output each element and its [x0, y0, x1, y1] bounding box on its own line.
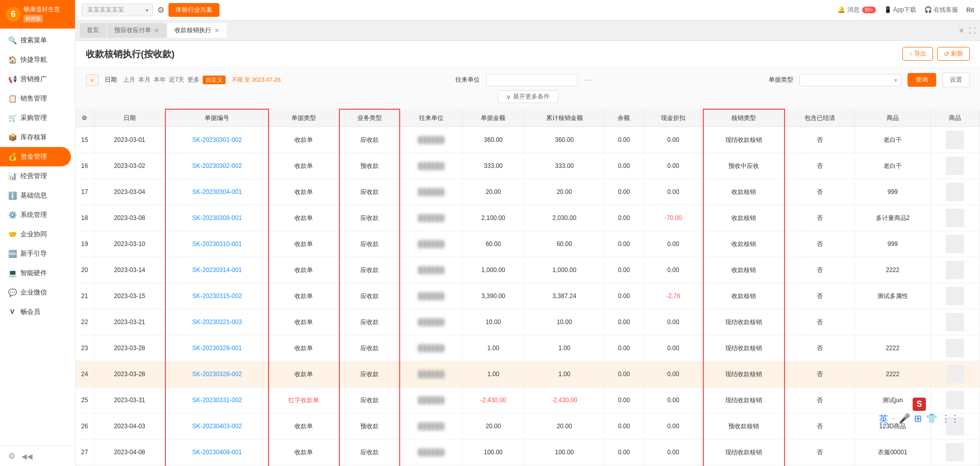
col-include-settled: 包含已结清 — [785, 109, 855, 127]
online-service[interactable]: 🎧 在线客服 — [924, 6, 958, 14]
tab-payment-verify[interactable]: 收款核销执行 ✕ — [167, 23, 227, 38]
sidebar-item-operations[interactable]: 📊 经营管理 — [0, 166, 75, 186]
sidebar-item-search[interactable]: 🔍 搜索菜单 — [0, 31, 75, 50]
tab-payment-verify-label: 收款核销执行 — [175, 26, 211, 35]
sidebar-item-hardware[interactable]: 💻 智能硬件 — [0, 263, 75, 283]
cell-cash-discount: -2.76 — [643, 283, 703, 309]
cell-bill-no[interactable]: SK-20230304-001 — [165, 179, 268, 205]
cell-bill-no[interactable]: SK-20230310-001 — [165, 231, 268, 257]
cell-verify-type: 收款核销 — [703, 257, 785, 283]
filter-bill-type-select[interactable] — [799, 74, 901, 86]
cell-bill-type: 收款单 — [268, 361, 339, 387]
cell-product-img — [930, 309, 979, 335]
sidebar-collapse-icon[interactable]: ◀◀ — [21, 452, 33, 460]
sidebar-settings-icon[interactable]: ⚙ — [8, 451, 15, 461]
page-actions: ↑ 导出 ↺ 刷新 — [902, 47, 970, 61]
cell-biz-type: 应收款 — [339, 205, 400, 231]
sidebar-item-system[interactable]: ⚙️ 系统管理 — [0, 205, 75, 225]
column-settings-icon[interactable]: ⚙ — [82, 114, 87, 121]
sidebar-item-guide[interactable]: 🆕 新手引导 — [0, 244, 75, 263]
cell-partner: ██████ — [400, 205, 462, 231]
cell-partner: ██████ — [400, 257, 462, 283]
cell-verify-type: 预收中应收 — [703, 153, 785, 179]
filter-area: » 日期 上月 本月 本年 近7天 更多 自定义 不限 至 2023-07-26… — [76, 67, 980, 109]
cell-bill-no[interactable]: SK-20230331-002 — [165, 387, 268, 413]
cell-cumulative-amount: 1,000.00 — [524, 257, 604, 283]
app-download[interactable]: 📱 App下载 — [884, 6, 916, 14]
col-settings[interactable]: ⚙ — [76, 109, 94, 127]
refresh-button[interactable]: ↺ 刷新 — [937, 47, 970, 61]
tab-prereceipt-close[interactable]: ✕ — [154, 27, 159, 34]
cell-no: 19 — [76, 231, 94, 257]
sidebar-item-sales[interactable]: 📋 销售管理 — [0, 89, 75, 108]
cell-bill-no[interactable]: SK-20230408-001 — [165, 439, 268, 465]
tabbar-close-icon[interactable]: ✕ — [959, 27, 965, 35]
cell-bill-no[interactable]: SK-20230403-002 — [165, 413, 268, 439]
cell-cash-discount: 0.00 — [643, 179, 703, 205]
cell-bill-type: 收款单 — [268, 257, 339, 283]
cell-cumulative-amount: 2,030.00 — [524, 205, 604, 231]
topbar-settings-icon[interactable]: ⚙ — [157, 5, 164, 15]
export-button[interactable]: ↑ 导出 — [902, 47, 933, 61]
cell-cumulative-amount: 60.00 — [524, 231, 604, 257]
sidebar-item-finance[interactable]: 💰 资金管理 — [0, 147, 71, 166]
col-verify-type: 核销类型 — [703, 109, 785, 127]
cell-product-img — [930, 205, 979, 231]
logo-icon: 6 — [6, 7, 20, 21]
cell-bill-no[interactable]: SK-20230301-002 — [165, 127, 268, 153]
sidebar-item-inventory[interactable]: 📦 库存核算 — [0, 128, 75, 147]
sidebar-item-member[interactable]: V 畅会员 — [0, 302, 75, 322]
tabbar-maximize-icon[interactable]: ⛶ — [969, 27, 976, 35]
cell-product: 2222 — [855, 361, 930, 387]
cell-bill-no[interactable]: SK-20230314-001 — [165, 257, 268, 283]
cell-bill-no[interactable]: SK-20230328-002 — [165, 361, 268, 387]
app-selector[interactable]: 某某某某某某 ▼ — [82, 4, 153, 16]
tab-prereceipt[interactable]: 预应收应付单 ✕ — [107, 23, 166, 38]
filter-date-this-year[interactable]: 本年 — [154, 76, 166, 84]
app-name-text: 某某某某某某 — [87, 6, 124, 13]
filter-expand-more-button[interactable]: ∨ 展开更多条件 — [498, 90, 558, 103]
cell-bill-no[interactable]: SK-20230328-001 — [165, 335, 268, 361]
cell-bill-type: 收款单 — [268, 335, 339, 361]
cell-partner: ██████ — [400, 413, 462, 439]
sidebar-item-basic[interactable]: ℹ️ 基础信息 — [0, 186, 75, 205]
col-partner: 往来单位 — [400, 109, 462, 127]
sidebar-item-label: 库存核算 — [20, 133, 47, 142]
tab-payment-verify-close[interactable]: ✕ — [214, 27, 219, 34]
cell-bill-no[interactable]: SK-20230302-002 — [165, 153, 268, 179]
cell-product-img — [930, 335, 979, 361]
filter-date-custom[interactable]: 自定义 — [203, 76, 226, 84]
sidebar-item-quicknav[interactable]: 🏠 快捷导航 — [0, 50, 75, 69]
sidebar-item-enterprise[interactable]: 🤝 企业协同 — [0, 225, 75, 244]
filter-date-last-month[interactable]: 上月 — [123, 76, 135, 84]
cell-bill-no[interactable]: SK-20230308-001 — [165, 205, 268, 231]
filter-date-more[interactable]: 更多 — [187, 76, 200, 84]
filter-date-last-7days[interactable]: 近7天 — [169, 76, 185, 84]
table-row: 162023-03-02SK-20230302-002收款单预收款██████3… — [76, 153, 980, 179]
sidebar-item-label: 系统管理 — [20, 210, 47, 219]
solution-button[interactable]: 体验行业方案 — [168, 3, 219, 17]
sidebar-item-purchase[interactable]: 🛒 采购管理 — [0, 108, 75, 128]
table-row: 242023-03-28SK-20230328-002收款单应收款██████1… — [76, 361, 980, 387]
cell-no: 26 — [76, 413, 94, 439]
cell-cumulative-amount: -2,430.00 — [524, 387, 604, 413]
filter-query-button[interactable]: 查询 — [908, 73, 936, 87]
sidebar-item-label: 营销推广 — [20, 75, 47, 84]
filter-settings-button[interactable]: 设置 — [942, 72, 970, 87]
filter-collapse-button[interactable]: » — [86, 75, 99, 86]
cell-cash-discount: 0.00 — [643, 439, 703, 465]
filter-partner-input[interactable] — [486, 74, 578, 86]
sidebar-item-label: 经营管理 — [20, 171, 47, 181]
cell-date: 2023-03-02 — [94, 153, 165, 179]
tab-home[interactable]: 首页 — [80, 23, 106, 38]
sidebar-item-marketing[interactable]: 📢 营销推广 — [0, 69, 75, 89]
sidebar-item-label: 搜索菜单 — [20, 36, 47, 45]
tabbar-controls: ✕ ⛶ — [959, 27, 976, 35]
cell-bill-no[interactable]: SK-20230315-002 — [165, 283, 268, 309]
notification-bell[interactable]: 🔔 消息 99+ — [838, 6, 876, 14]
cell-biz-type: 预收款 — [339, 153, 400, 179]
cell-bill-no[interactable]: SK-20230321-003 — [165, 309, 268, 335]
sidebar-item-wechat[interactable]: 💬 企业微信 — [0, 283, 75, 302]
filter-date-this-month[interactable]: 本月 — [138, 76, 151, 84]
page-title: 收款核销执行(按收款) — [86, 48, 175, 60]
